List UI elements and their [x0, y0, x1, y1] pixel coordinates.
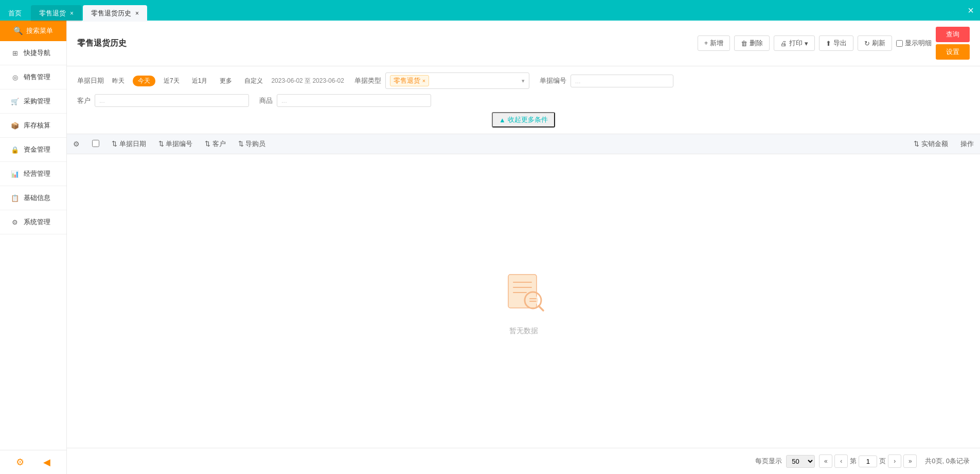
bill-type-tag: 零售退货 × — [390, 75, 429, 86]
svg-point-5 — [528, 295, 538, 305]
tab-bar: 首页 零售退货 × 零售退货历史 × — [0, 0, 961, 21]
date-btn-custom[interactable]: 自定义 — [240, 76, 267, 86]
sidebar-item-finance[interactable]: 🔒 资金管理 — [0, 138, 66, 162]
date-btn-yesterday[interactable]: 昨天 — [108, 76, 129, 86]
bill-no-placeholder: ... — [575, 77, 581, 85]
bill-type-tag-text: 零售退货 — [394, 76, 420, 85]
date-options: 昨天 今天 近7天 近1月 更多 自定义 — [108, 76, 267, 86]
settings-bottom-icon[interactable]: ⚙ — [16, 457, 24, 468]
bill-no-input[interactable]: ... — [571, 75, 673, 87]
sidebar-item-operations[interactable]: 📊 经营管理 — [0, 162, 66, 186]
query-button[interactable]: 查询 — [936, 27, 970, 42]
first-page-button[interactable]: « — [819, 454, 832, 468]
refresh-label: 刷新 — [872, 39, 885, 48]
sidebar-item-quick-nav[interactable]: ⊞ 快捷导航 — [0, 41, 66, 65]
delete-button[interactable]: 🗑 删除 — [734, 35, 770, 51]
date-filter-section: 单据日期 昨天 今天 近7天 近1月 更多 自定义 2023-06-02 至 2… — [77, 76, 344, 86]
main-layout: 🔍 搜索菜单 ⊞ 快捷导航 ◎ 销售管理 🛒 采购管理 📦 库存核算 🔒 资金管… — [0, 21, 980, 474]
select-all-checkbox[interactable] — [92, 140, 99, 147]
collapse-up-icon: ▲ — [499, 116, 506, 124]
sidebar-item-operations-label: 经营管理 — [24, 169, 50, 178]
date-btn-7days[interactable]: 近7天 — [159, 76, 184, 86]
last-page-button[interactable]: » — [903, 454, 917, 468]
basic-info-icon: 📋 — [10, 193, 20, 203]
prev-page-button[interactable]: ‹ — [834, 454, 848, 468]
print-icon: 🖨 — [780, 40, 787, 47]
bill-type-select[interactable]: 零售退货 × ▾ — [385, 72, 529, 89]
page-number-input[interactable] — [859, 455, 877, 467]
print-chevron-icon: ▾ — [805, 40, 808, 47]
collapse-label: 收起更多条件 — [508, 115, 548, 124]
customer-placeholder: ... — [99, 97, 105, 104]
col-guide-label: ⇅ 导购员 — [238, 140, 266, 148]
export-icon: ⬆ — [826, 40, 831, 47]
table-footer: 每页显示 50 10 20 100 « ‹ 第 页 › » 共0页, 0条记录 — [67, 448, 980, 474]
bill-type-label: 单据类型 — [354, 76, 381, 85]
goods-input[interactable]: ... — [277, 94, 431, 107]
next-page-button[interactable]: › — [888, 454, 901, 468]
collapse-sidebar-icon[interactable]: ◀ — [43, 457, 50, 468]
col-bill-no-label: ⇅ 单据编号 — [158, 140, 193, 148]
sidebar-item-purchase-mgmt[interactable]: 🛒 采购管理 — [0, 89, 66, 114]
page-info: 第 页 — [850, 455, 886, 467]
page-label: 第 — [850, 457, 857, 466]
page-title: 零售退货历史 — [77, 38, 127, 49]
sidebar-item-finance-label: 资金管理 — [24, 145, 50, 154]
date-range-display: 2023-06-02 至 2023-06-02 — [271, 77, 344, 85]
col-settings: ⚙ — [67, 134, 86, 154]
inventory-icon: 📦 — [10, 121, 20, 130]
page-unit: 页 — [879, 457, 886, 466]
collapse-button[interactable]: ▲ 收起更多条件 — [492, 112, 555, 127]
bill-no-label: 单据编号 — [540, 76, 566, 85]
tab-retail-return-history[interactable]: 零售退货历史 × — [83, 5, 147, 22]
page-header: 零售退货历史 + 新增 🗑 删除 🖨 打印 ▾ ⬆ 导出 ↻ — [67, 21, 980, 66]
col-action-label: 操作 — [960, 140, 974, 148]
bill-type-tag-close[interactable]: × — [422, 78, 425, 84]
bill-type-chevron-icon: ▾ — [522, 78, 525, 84]
table-header-row: ⚙ ⇅ 单据日期 ⇅ 单据编号 ⇅ 客户 — [67, 134, 980, 154]
date-btn-more[interactable]: 更多 — [216, 76, 236, 86]
filter-row-2: 客户 ... 商品 ... — [77, 94, 970, 107]
date-btn-today[interactable]: 今天 — [133, 76, 155, 86]
col-amount-label: ⇅ 实销金额 — [914, 140, 948, 148]
settings-button[interactable]: 设置 — [936, 44, 970, 60]
new-button[interactable]: + 新增 — [698, 35, 730, 51]
empty-icon — [498, 267, 549, 318]
sidebar-item-inventory[interactable]: 📦 库存核算 — [0, 114, 66, 138]
refresh-icon: ↻ — [864, 40, 870, 47]
sidebar-item-system-mgmt[interactable]: ⚙ 系统管理 — [0, 210, 66, 234]
per-page-label: 每页显示 — [755, 457, 782, 466]
sidebar-item-basic-info[interactable]: 📋 基础信息 — [0, 186, 66, 210]
print-button[interactable]: 🖨 打印 ▾ — [774, 35, 815, 51]
tab-retail-return-close[interactable]: × — [70, 10, 74, 17]
svg-line-6 — [539, 306, 543, 311]
top-bar: 首页 零售退货 × 零售退货历史 × × — [0, 0, 980, 21]
sidebar-search[interactable]: 🔍 搜索菜单 — [0, 21, 66, 41]
sidebar-item-system-mgmt-label: 系统管理 — [24, 217, 50, 227]
col-action: 操作 — [954, 134, 980, 154]
export-button[interactable]: ⬆ 导出 — [819, 35, 853, 51]
date-btn-1month[interactable]: 近1月 — [188, 76, 212, 86]
per-page-select[interactable]: 50 10 20 100 — [786, 455, 815, 468]
tab-retail-return-history-close[interactable]: × — [135, 10, 139, 17]
tab-retail-return-label: 零售退货 — [39, 9, 66, 18]
goods-section: 商品 ... — [259, 94, 431, 107]
export-label: 导出 — [833, 39, 847, 48]
customer-section: 客户 ... — [77, 94, 249, 107]
display-detail-input[interactable] — [896, 40, 903, 47]
quick-nav-icon: ⊞ — [10, 48, 20, 58]
total-info: 共0页, 0条记录 — [925, 457, 970, 466]
sidebar-item-basic-info-label: 基础信息 — [24, 193, 50, 203]
column-settings-button[interactable]: ⚙ — [73, 140, 80, 148]
bill-type-section: 单据类型 零售退货 × ▾ — [354, 72, 529, 89]
display-detail-checkbox[interactable]: 显示明细 — [896, 39, 932, 48]
col-amount: ⇅ 实销金额 — [907, 134, 954, 154]
sidebar-item-sales-mgmt[interactable]: ◎ 销售管理 — [0, 65, 66, 89]
tab-retail-return[interactable]: 零售退货 × — [31, 5, 82, 22]
window-close-button[interactable]: × — [961, 5, 980, 16]
sidebar-bottom: ⚙ ◀ — [0, 450, 66, 474]
customer-input[interactable]: ... — [95, 94, 249, 107]
refresh-button[interactable]: ↻ 刷新 — [858, 35, 892, 51]
empty-illustration — [498, 267, 549, 318]
tab-home[interactable]: 首页 — [0, 5, 30, 22]
